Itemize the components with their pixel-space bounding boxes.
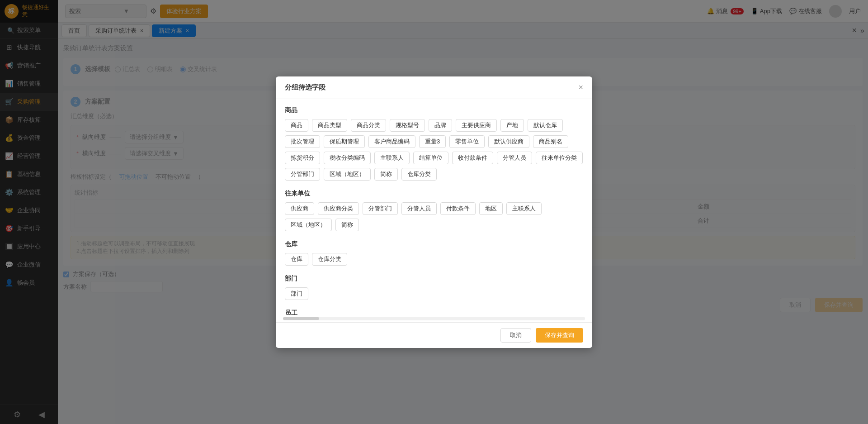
field-dept-mgmt[interactable]: 分管部门 [363, 202, 398, 215]
field-origin[interactable]: 产地 [500, 119, 524, 132]
section-product-title: 商品 [285, 106, 583, 114]
field-spec-model[interactable]: 规格型号 [390, 119, 425, 132]
modal-confirm-button[interactable]: 保存并查询 [536, 328, 583, 343]
field-incoming-cat[interactable]: 往来单位分类 [536, 152, 583, 164]
field-warehouse[interactable]: 仓库 [285, 253, 308, 266]
section-warehouse-title: 仓库 [285, 240, 583, 248]
section-partner: 往来单位 供应商 供应商分类 分管部门 分管人员 付款条件 地区 主联系人 区域… [285, 190, 583, 231]
field-pick-score[interactable]: 拣货积分 [285, 152, 320, 164]
field-short-name2[interactable]: 简称 [335, 219, 359, 231]
field-expiry-mgmt[interactable]: 保质期管理 [324, 135, 365, 148]
section-employee: 员工 业务员 [285, 309, 583, 315]
field-person-mgmt[interactable]: 分管人员 [401, 202, 437, 215]
modal-close-button[interactable]: × [578, 83, 583, 92]
field-contact2[interactable]: 主联系人 [506, 202, 542, 215]
section-product: 商品 商品 商品类型 商品分类 规格型号 品牌 主要供应商 产地 默认仓库 批次… [285, 106, 583, 181]
field-supplier[interactable]: 供应商 [285, 202, 314, 215]
section-dept-title: 部门 [285, 275, 583, 283]
field-short-name[interactable]: 简称 [374, 168, 398, 181]
hscroll-track[interactable] [283, 317, 585, 320]
modal-title: 分组待选字段 [285, 83, 326, 92]
field-product[interactable]: 商品 [285, 119, 308, 132]
field-weight3[interactable]: 重量3 [419, 135, 446, 148]
field-region[interactable]: 区域（地区） [324, 168, 371, 181]
field-department[interactable]: 部门 [285, 287, 308, 300]
dept-field-grid: 部门 [285, 287, 583, 300]
field-main-supplier[interactable]: 主要供应商 [456, 119, 497, 132]
modal-hscroll [276, 315, 592, 322]
field-area[interactable]: 地区 [479, 202, 503, 215]
field-main-contact[interactable]: 主联系人 [374, 152, 410, 164]
hscroll-thumb[interactable] [283, 317, 319, 320]
field-retail-unit[interactable]: 零售单位 [449, 135, 485, 148]
modal-body: 商品 商品 商品类型 商品分类 规格型号 品牌 主要供应商 产地 默认仓库 批次… [276, 99, 592, 315]
field-customer-code[interactable]: 客户商品编码 [368, 135, 415, 148]
section-warehouse: 仓库 仓库 仓库分类 [285, 240, 583, 266]
field-mgmt-dept[interactable]: 分管部门 [285, 168, 320, 181]
field-product-category[interactable]: 商品分类 [351, 119, 386, 132]
field-settlement-unit[interactable]: 结算单位 [413, 152, 448, 164]
field-brand[interactable]: 品牌 [429, 119, 452, 132]
modal-cancel-button[interactable]: 取消 [500, 328, 531, 343]
field-payment-cond[interactable]: 付款条件 [440, 202, 476, 215]
field-supplier-cat[interactable]: 供应商分类 [318, 202, 359, 215]
modal-header: 分组待选字段 × [276, 76, 592, 99]
section-partner-title: 往来单位 [285, 190, 583, 198]
product-field-grid: 商品 商品类型 商品分类 规格型号 品牌 主要供应商 产地 默认仓库 批次管理 … [285, 119, 583, 181]
partner-field-grid: 供应商 供应商分类 分管部门 分管人员 付款条件 地区 主联系人 区域（地区） … [285, 202, 583, 231]
field-warehouse-cat[interactable]: 仓库分类 [401, 168, 437, 181]
warehouse-field-grid: 仓库 仓库分类 [285, 253, 583, 266]
field-batch-mgmt[interactable]: 批次管理 [285, 135, 320, 148]
field-product-alias[interactable]: 商品别名 [533, 135, 568, 148]
modal: 分组待选字段 × 商品 商品 商品类型 商品分类 规格型号 品牌 主要供应商 产… [276, 76, 592, 348]
field-tax-code[interactable]: 税收分类编码 [324, 152, 371, 164]
section-employee-title: 员工 [285, 309, 583, 315]
field-supervisor[interactable]: 分管人员 [497, 152, 532, 164]
modal-footer: 取消 保存并查询 [276, 322, 592, 348]
field-product-type[interactable]: 商品类型 [312, 119, 347, 132]
field-default-supplier[interactable]: 默认供应商 [488, 135, 529, 148]
field-payment-terms[interactable]: 收付款条件 [452, 152, 493, 164]
section-dept: 部门 部门 [285, 275, 583, 300]
field-default-warehouse[interactable]: 默认仓库 [528, 119, 563, 132]
field-region2[interactable]: 区域（地区） [285, 219, 332, 231]
field-warehouse-category[interactable]: 仓库分类 [312, 253, 347, 266]
